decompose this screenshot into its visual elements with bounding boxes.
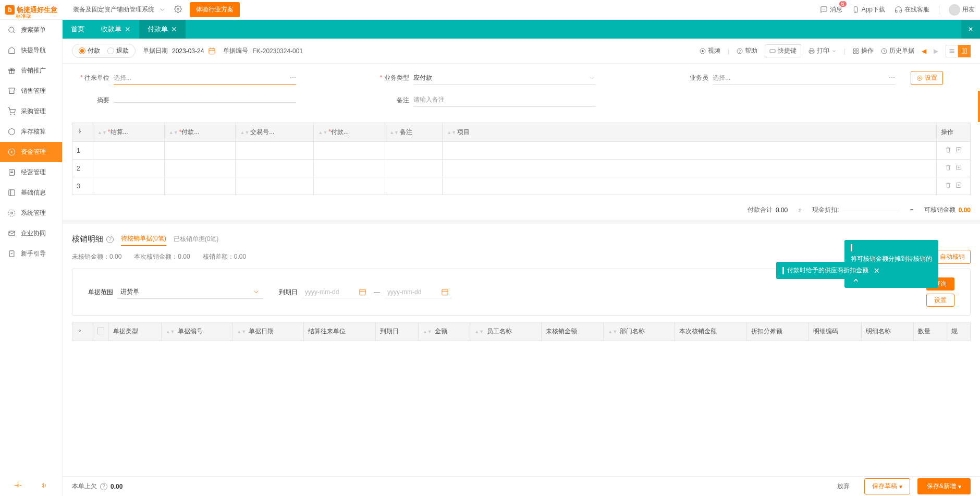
refund-radio[interactable]: 退款 [107,46,129,55]
help-icon[interactable]: ? [106,236,114,243]
sidebar-item-money[interactable]: 资金管理 [0,142,62,162]
v-col-6[interactable]: ▲▼ 员工名称 [470,322,542,341]
col-txn[interactable]: ▲▼交易号... [236,123,314,142]
date-value[interactable]: 2023-03-24 [172,47,204,55]
v-col-3[interactable]: 结算往来单位 [303,322,375,341]
v-col-13[interactable]: 数量 [914,322,947,341]
sidebar-item-box[interactable]: 库存核算 [0,122,62,142]
clerk-input[interactable]: 选择... ⋯ [713,71,895,85]
sidebar-item-shop[interactable]: 销售管理 [0,81,62,101]
tabs-close-all-button[interactable]: ✕ [961,20,980,39]
sidebar-item-guide[interactable]: 新手引导 [0,244,62,264]
add-row-icon[interactable] [956,164,962,172]
sidebar-item-search[interactable]: 搜索菜单 [0,20,62,40]
sidebar-item-gear[interactable]: 系统管理 [0,203,62,223]
col-remark[interactable]: ▲▼备注 [385,123,443,142]
form-settings-button[interactable]: 设置 [911,71,943,85]
sidebar-item-cart[interactable]: 采购管理 [0,101,62,122]
tab-1[interactable]: 收款单✕ [93,20,139,39]
video-button[interactable]: 视频 [700,46,720,55]
sidebar-settings-icon[interactable] [14,481,22,491]
sidebar-item-info[interactable]: 基础信息 [0,183,62,203]
col-project[interactable]: ▲▼项目 [443,123,937,142]
sidebar-item-home[interactable]: 快捷导航 [0,40,62,61]
v-col-7[interactable]: 未核销金额 [541,322,603,341]
vendor-input[interactable]: 选择... ⋯ [114,71,296,85]
header-settings-icon[interactable] [174,5,182,15]
v-col-5[interactable]: ▲▼ 金额 [418,322,470,341]
online-service-button[interactable]: 在线客服 [895,5,929,14]
experience-button[interactable]: 体验行业方案 [190,2,240,17]
add-row-icon[interactable] [956,147,962,154]
range-select[interactable]: 进货单 [117,285,263,299]
sidebar-item-doc[interactable]: 经营管理 [0,162,62,183]
v-checkbox-all[interactable] [93,322,109,341]
table-row[interactable]: 3 [72,177,971,195]
add-row-icon[interactable] [956,182,962,190]
sidebar-item-gift[interactable]: 营销推广 [0,61,62,81]
v-col-1[interactable]: ▲▼ 单据编号 [161,322,232,341]
v-col-12[interactable]: 明细名称 [861,322,914,341]
v-col-10[interactable]: 折扣分摊额 [746,322,808,341]
delete-row-icon[interactable] [945,164,951,172]
pending-tab[interactable]: 待核销单据(0笔) [121,232,166,246]
tab-0[interactable]: 首页 [63,20,93,39]
v-col-8[interactable]: ▲▼ 部门名称 [604,322,675,341]
sidebar-item-label: 系统管理 [21,209,46,217]
col-pay2[interactable]: ▲▼*付款... [314,123,385,142]
tooltip-close-icon[interactable]: ✕ [874,267,880,275]
table-row[interactable]: 1 [72,142,971,160]
col-settlement[interactable]: ▲▼*结算... [93,123,165,142]
tab-2[interactable]: 付款单✕ [139,20,186,39]
verify-stats: 未核销金额：0.00 本次核销金额：0.00 核销差额：0.00 [72,252,971,261]
vendor-more-icon[interactable]: ⋯ [290,74,296,81]
prev-doc-button[interactable]: ◀ [922,47,926,55]
money-icon [7,148,16,156]
messages-button[interactable]: 消息 6 [820,5,842,14]
help-icon[interactable]: ? [100,483,107,490]
biz-type-select[interactable]: 应付款 [413,71,596,85]
auto-verify-button[interactable]: 自动核销 [934,250,971,264]
shortcut-button[interactable]: 快捷键 [765,44,801,57]
remark-input[interactable]: 请输入备注 [413,93,596,107]
v-col-9[interactable]: 本次核销金额 [675,322,746,341]
operate-button[interactable]: 操作 [853,46,874,55]
v-table-settings[interactable] [72,322,93,341]
sidebar-collapse-icon[interactable] [40,481,48,491]
next-doc-button[interactable]: ▶ [934,47,938,55]
save-draft-button[interactable]: 保存草稿 ▾ [864,478,910,494]
discount-input[interactable] [842,209,900,211]
delete-row-icon[interactable] [945,147,951,154]
calendar-icon[interactable] [208,47,216,55]
summary-input[interactable] [114,98,296,103]
table-settings-header[interactable] [72,123,93,142]
tab-close-icon[interactable]: ✕ [125,25,131,33]
v-col-2[interactable]: ▲▼ 单据日期 [232,322,304,341]
done-tab[interactable]: 已核销单据(0笔) [174,233,219,246]
filter-settings-button[interactable]: 设置 [926,294,954,307]
v-col-4[interactable]: 到期日 [375,322,418,341]
discard-button[interactable]: 放弃 [830,479,857,494]
pay-radio[interactable]: 付款 [79,46,100,55]
v-col-0[interactable]: 单据类型 [109,322,162,341]
help-button[interactable]: 帮助 [737,46,757,55]
card-view-button[interactable] [958,45,971,57]
date-to-input[interactable]: yyyy-mm-dd [384,286,452,298]
print-button[interactable]: 打印 [808,46,837,55]
col-pay1[interactable]: ▲▼*付款... [164,123,236,142]
save-new-button[interactable]: 保存&新增 ▾ [917,478,971,494]
tab-close-icon[interactable]: ✕ [171,25,177,33]
history-button[interactable]: 历史单据 [881,46,914,55]
user-menu[interactable]: 用友 [949,4,975,16]
table-row[interactable]: 2 [72,160,971,177]
delete-row-icon[interactable] [945,182,951,190]
list-view-button[interactable] [946,45,958,57]
date-from-input[interactable]: yyyy-mm-dd [302,286,370,298]
clerk-more-icon[interactable]: ⋯ [889,74,895,81]
system-dropdown[interactable]: 装备及固定资产辅助管理系统 [73,5,166,14]
scroll-indicator[interactable] [978,91,980,122]
app-download-button[interactable]: App下载 [852,5,885,14]
v-col-11[interactable]: 明细编码 [809,322,862,341]
v-col-14[interactable]: 规 [947,322,970,341]
sidebar-item-link[interactable]: 企业协同 [0,223,62,244]
